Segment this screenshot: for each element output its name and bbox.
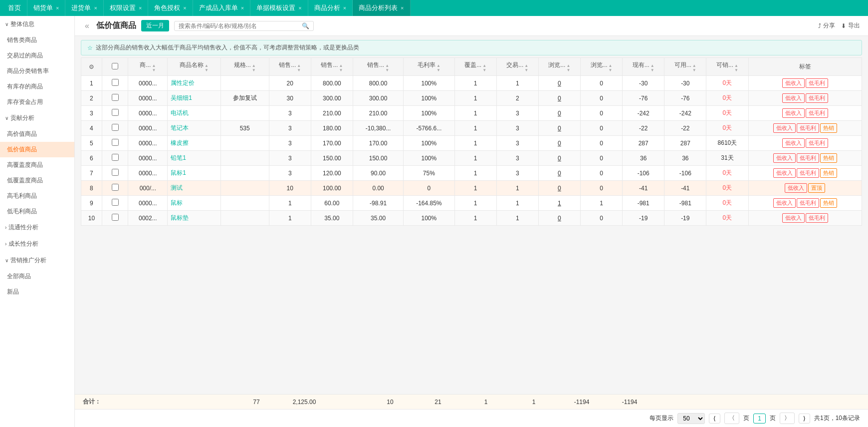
nav-product-inbound[interactable]: 产成品入库单 × xyxy=(193,0,250,16)
sort-icon[interactable]: ▲▼ xyxy=(482,63,486,72)
nav-purchase-order[interactable]: 进货单 × xyxy=(65,0,103,16)
first-page-button[interactable]: ⟨ xyxy=(709,414,720,424)
sidebar-item-stock-capital[interactable]: 库存资金占用 xyxy=(0,94,74,110)
collapse-button[interactable]: « xyxy=(83,21,91,30)
td-name[interactable]: 属性定价 xyxy=(168,76,220,91)
th-sales-amount[interactable]: 销售...▲▼ xyxy=(311,58,353,76)
row-checkbox[interactable] xyxy=(110,214,120,221)
td-view1[interactable]: 0 xyxy=(538,106,580,121)
th-available[interactable]: 可用...▲▼ xyxy=(664,58,706,76)
view-link[interactable]: 0 xyxy=(558,95,561,102)
th-sellable[interactable]: 可销...▲▼ xyxy=(706,58,748,76)
view-link[interactable]: 0 xyxy=(558,215,561,222)
view-link[interactable]: 0 xyxy=(558,80,561,87)
sidebar-item-low-coverage[interactable]: 低覆盖度商品 xyxy=(0,173,74,188)
sidebar-group-contribution[interactable]: ∨ 贡献分析 xyxy=(0,110,74,126)
row-checkbox[interactable] xyxy=(110,169,120,176)
sort-icon[interactable]: ▲▼ xyxy=(609,63,613,72)
th-sales-qty[interactable]: 销售...▲▼ xyxy=(269,58,311,76)
close-icon[interactable]: × xyxy=(298,5,301,11)
td-view1[interactable]: 0 xyxy=(538,211,580,226)
td-checkbox[interactable] xyxy=(102,106,128,121)
th-current[interactable]: 现有...▲▼ xyxy=(623,58,664,76)
row-checkbox[interactable] xyxy=(110,184,120,191)
sort-icon[interactable]: ▲▼ xyxy=(436,63,440,72)
sidebar-item-high-coverage[interactable]: 高覆盖度商品 xyxy=(0,157,74,173)
next-page-button[interactable]: 〉 xyxy=(780,413,795,424)
export-button[interactable]: ⬇ 导出 xyxy=(841,21,860,30)
td-name[interactable]: 铅笔1 xyxy=(168,151,220,166)
close-icon[interactable]: × xyxy=(56,5,59,11)
sidebar-item-sales-goods[interactable]: 销售类商品 xyxy=(0,32,74,48)
view-link[interactable]: 0 xyxy=(558,170,561,177)
nav-product-analysis-list[interactable]: 商品分析列表 × xyxy=(353,0,410,16)
th-gross-rate[interactable]: 毛利率▲▼ xyxy=(404,58,454,76)
row-checkbox[interactable] xyxy=(110,139,120,146)
sidebar-item-all-goods[interactable]: 全部商品 xyxy=(0,269,74,284)
td-checkbox[interactable] xyxy=(102,91,128,106)
close-icon[interactable]: × xyxy=(183,5,186,11)
sort-icon[interactable]: ▲▼ xyxy=(734,63,738,72)
td-view1[interactable]: 0 xyxy=(538,166,580,181)
row-checkbox[interactable] xyxy=(110,94,120,101)
td-view1[interactable]: 0 xyxy=(538,76,580,91)
view-link[interactable]: 0 xyxy=(558,185,561,192)
row-checkbox[interactable] xyxy=(110,109,120,116)
td-view1[interactable]: 0 xyxy=(538,181,580,196)
nav-permission[interactable]: 权限设置 × xyxy=(104,0,148,16)
search-input[interactable] xyxy=(179,22,300,29)
row-checkbox[interactable] xyxy=(110,79,120,86)
sidebar-group-growth[interactable]: › 成长性分析 xyxy=(0,236,74,252)
nav-role-auth[interactable]: 角色授权 × xyxy=(148,0,193,16)
last-page-button[interactable]: ⟩ xyxy=(799,414,810,424)
sort-icon[interactable]: ▲▼ xyxy=(566,63,570,72)
select-all-checkbox[interactable] xyxy=(112,63,118,69)
sort-icon[interactable]: ▲▼ xyxy=(385,63,389,72)
view-link[interactable]: 0 xyxy=(558,125,561,132)
th-view1[interactable]: 浏览...▲▼ xyxy=(538,58,580,76)
td-view1[interactable]: 1 xyxy=(538,196,580,211)
td-name[interactable]: 测试 xyxy=(168,181,220,196)
th-trade[interactable]: 交易...▲▼ xyxy=(496,58,538,76)
sort-icon[interactable]: ▲▼ xyxy=(205,63,209,72)
td-name[interactable]: 橡皮擦 xyxy=(168,136,220,151)
view-link[interactable]: 0 xyxy=(558,155,561,162)
nav-sales-order[interactable]: 销货单 × xyxy=(27,0,65,16)
row-checkbox[interactable] xyxy=(110,199,120,206)
th-code[interactable]: 商...▲▼ xyxy=(128,58,168,76)
th-checkbox[interactable] xyxy=(102,58,128,76)
view-link[interactable]: 1 xyxy=(558,200,561,207)
td-name[interactable]: 笔记本 xyxy=(168,121,220,136)
sidebar-item-category-rate[interactable]: 商品分类销售率 xyxy=(0,63,74,79)
sidebar-item-high-margin[interactable]: 高毛利商品 xyxy=(0,188,74,204)
search-icon[interactable]: 🔍 xyxy=(302,22,309,29)
nav-template[interactable]: 单据模板设置 × xyxy=(250,0,308,16)
sidebar-item-low-margin[interactable]: 低毛利商品 xyxy=(0,204,74,219)
th-tags[interactable]: 标签 xyxy=(748,58,862,76)
sidebar-item-new-goods[interactable]: 新品 xyxy=(0,284,74,300)
close-icon[interactable]: × xyxy=(401,5,404,11)
td-name[interactable]: 鼠标 xyxy=(168,196,220,211)
nav-product-analysis[interactable]: 商品分析 × xyxy=(308,0,353,16)
sidebar-item-low-value[interactable]: 低价值商品 xyxy=(0,142,74,157)
sidebar-item-traded-goods[interactable]: 交易过的商品 xyxy=(0,48,74,63)
td-checkbox[interactable] xyxy=(102,136,128,151)
td-name[interactable]: 鼠标1 xyxy=(168,166,220,181)
view-link[interactable]: 0 xyxy=(558,140,561,147)
close-icon[interactable]: × xyxy=(343,5,346,11)
sidebar-group-circulation[interactable]: › 流通性分析 xyxy=(0,219,74,236)
close-icon[interactable]: × xyxy=(139,5,142,11)
sort-icon[interactable]: ▲▼ xyxy=(651,63,654,72)
sidebar-item-high-value[interactable]: 高价值商品 xyxy=(0,126,74,142)
td-checkbox[interactable] xyxy=(102,211,128,226)
sort-icon[interactable]: ▲▼ xyxy=(297,63,301,72)
td-checkbox[interactable] xyxy=(102,121,128,136)
sort-icon[interactable]: ▲▼ xyxy=(252,63,256,72)
td-name[interactable]: 电话机 xyxy=(168,106,220,121)
th-name[interactable]: 商品名称▲▼ xyxy=(168,58,220,76)
th-view2[interactable]: 浏览...▲▼ xyxy=(580,58,622,76)
td-checkbox[interactable] xyxy=(102,181,128,196)
sort-icon[interactable]: ▲▼ xyxy=(524,63,528,72)
share-button[interactable]: ⤴ 分享 xyxy=(818,21,835,30)
settings-icon[interactable]: ⚙ xyxy=(89,63,94,70)
